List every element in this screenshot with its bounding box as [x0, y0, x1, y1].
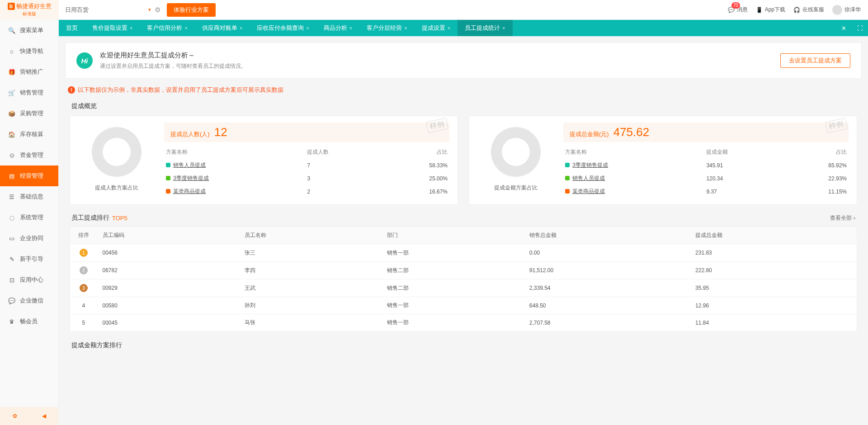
settings-icon[interactable]: ✿ — [13, 413, 17, 419]
messages-badge: 70 — [731, 2, 740, 9]
sidebar-item[interactable]: ⌂ 快捷导航 — [0, 41, 58, 61]
setup-commission-button[interactable]: 去设置员工提成方案 — [780, 53, 850, 68]
percentage: 16.67% — [382, 185, 449, 198]
nav-icon: ⊡ — [8, 277, 15, 283]
tab-label: 应收应付余额查询 — [257, 24, 304, 32]
tab[interactable]: 提成设置× — [415, 20, 458, 36]
sidebar-item-label: 经营管理 — [20, 172, 43, 180]
sidebar-item[interactable]: ♛ 畅会员 — [0, 311, 58, 332]
col-sales: 销售总金额 — [524, 227, 690, 244]
tab[interactable]: 售价提取设置× — [85, 20, 140, 36]
col-rank: 排序 — [70, 227, 97, 244]
col-emp-name: 员工名称 — [239, 227, 382, 244]
sidebar-item[interactable]: 📦 采购管理 — [0, 103, 58, 124]
rank: 5 — [70, 314, 97, 331]
nav-icon: ▤ — [8, 173, 15, 179]
category-select[interactable]: 日用百货 ▾ — [65, 6, 151, 14]
sidebar-item[interactable]: ▭ 企业协同 — [0, 228, 58, 249]
avatar — [832, 5, 842, 15]
gear-icon[interactable]: ⚙ — [155, 6, 160, 14]
plan-link[interactable]: 3季度销售提成 — [572, 162, 608, 168]
tab[interactable]: 客户信用分析× — [140, 20, 194, 36]
tab[interactable]: 首页 — [59, 20, 85, 36]
sidebar-item[interactable]: ▤ 经营管理 — [0, 165, 58, 186]
tab[interactable]: 供应商对账单× — [195, 20, 250, 36]
tabs-bar: 首页售价提取设置×客户信用分析×供应商对账单×应收应付余额查询×商品分析×客户分… — [59, 20, 868, 36]
tab-label: 售价提取设置 — [92, 24, 127, 32]
commission-amount: 120.34 — [704, 172, 781, 185]
sidebar-item[interactable]: 🛒 销售管理 — [0, 82, 58, 103]
emp-name: 孙刘 — [239, 297, 382, 314]
sidebar-item[interactable]: 🔍 搜索菜单 — [0, 20, 58, 41]
content-area[interactable]: Hi 欢迎使用好生意员工提成分析～ 通过设置并启用员工提成方案，可随时查看员工的… — [59, 36, 868, 425]
app-download-button[interactable]: 📱 App下载 — [756, 6, 785, 14]
sales-total: 2,707.58 — [524, 314, 690, 331]
tab[interactable]: 商品分析× — [316, 20, 359, 36]
sidebar-item-label: 库存核算 — [20, 130, 43, 138]
warning-icon: ! — [68, 86, 75, 94]
nav-icon: ⌂ — [8, 48, 15, 55]
plan-link[interactable]: 销售人员提成 — [173, 162, 206, 168]
sidebar-item[interactable]: ◌ 系统管理 — [0, 207, 58, 228]
rank: 4 — [70, 297, 97, 314]
user-menu[interactable]: 徐泽华 — [832, 5, 861, 15]
sidebar-item-label: 畅会员 — [20, 317, 38, 326]
sidebar-item[interactable]: ⊡ 应用中心 — [0, 269, 58, 290]
dept: 销售一部 — [382, 314, 524, 331]
nav-icon: ✎ — [8, 256, 15, 263]
close-icon[interactable]: × — [240, 25, 242, 31]
plan-link[interactable]: 某类商品提成 — [173, 188, 206, 194]
emp-code: 00456 — [97, 244, 240, 262]
fullscreen-toggle[interactable]: ⛶ — [852, 20, 868, 36]
phone-icon: 📱 — [756, 7, 763, 13]
plan-link[interactable]: 某类商品提成 — [572, 188, 605, 194]
close-icon[interactable]: × — [448, 25, 450, 31]
left-sidebar: 🔍 搜索菜单⌂ 快捷导航🎁 营销推广🛒 销售管理📦 采购管理🏠 库存核算⊙ 资金… — [0, 20, 59, 425]
plan-link[interactable]: 销售人员提成 — [572, 175, 605, 181]
sidebar-item[interactable]: 💬 企业微信 — [0, 290, 58, 311]
tab-label: 客户分层经营 — [367, 24, 402, 32]
sidebar-item[interactable]: 🏠 库存核算 — [0, 124, 58, 145]
color-swatch — [565, 163, 570, 167]
sidebar-item[interactable]: 🎁 营销推广 — [0, 61, 58, 82]
close-icon[interactable]: × — [502, 25, 505, 31]
nav-icon: 💬 — [8, 298, 15, 304]
col-commission: 提成总金额 — [690, 227, 857, 244]
medal-icon: 3 — [80, 284, 88, 292]
tab-label: 商品分析 — [324, 24, 347, 32]
messages-button[interactable]: 💬 消息 70 — [728, 6, 748, 14]
overview-table-people: 方案名称 提成人数 占比 销售人员提成 7 58.33% 3季度销售提成 3 2… — [164, 146, 449, 198]
cta-button[interactable]: 体验行业方案 — [167, 3, 216, 17]
dept: 销售二部 — [382, 279, 524, 297]
col-amount: 提成金额 — [704, 146, 781, 159]
close-all-tabs[interactable]: ✕ — [835, 20, 852, 36]
close-icon[interactable]: × — [349, 25, 352, 31]
sidebar-item[interactable]: ⊙ 资金管理 — [0, 145, 58, 165]
sidebar-item[interactable]: ✎ 新手引导 — [0, 249, 58, 269]
tabs-spacer — [513, 20, 836, 36]
rank: 2 — [70, 262, 97, 279]
tab[interactable]: 应收应付余额查询× — [250, 20, 316, 36]
plan-link[interactable]: 3季度销售提成 — [173, 175, 209, 181]
close-icon[interactable]: × — [306, 25, 309, 31]
nav-icon: 🛒 — [8, 90, 15, 96]
sidebar-item[interactable]: ☰ 基础信息 — [0, 186, 58, 207]
close-icon[interactable]: × — [130, 25, 132, 31]
view-all-button[interactable]: 查看全部 › — [830, 214, 855, 222]
customer-service-button[interactable]: 🎧 在线客服 — [793, 6, 824, 14]
commission-amount: 345.91 — [704, 159, 781, 172]
welcome-card: Hi 欢迎使用好生意员工提成分析～ 通过设置并启用员工提成方案，可随时查看员工的… — [65, 42, 862, 79]
overview-card-people: 样例 提成人数方案占比 提成总人数(人) 12 — [70, 116, 458, 205]
emp-name: 王武 — [239, 279, 382, 297]
tab[interactable]: 客户分层经营× — [359, 20, 414, 36]
collapse-icon[interactable]: ◀ — [42, 413, 46, 419]
overview-title: 提成概览 — [71, 102, 862, 110]
logo[interactable]: b 畅捷通好生意 标准版 — [0, 0, 59, 20]
close-icon[interactable]: × — [184, 25, 187, 31]
emp-code: 06782 — [97, 262, 240, 279]
tab[interactable]: 员工提成统计× — [458, 20, 512, 36]
dept: 销售一部 — [382, 297, 524, 314]
table-row: 3 00929 王武 销售二部 2,339.54 35.95 — [70, 279, 857, 297]
rank: 1 — [70, 244, 97, 262]
close-icon[interactable]: × — [404, 25, 407, 31]
